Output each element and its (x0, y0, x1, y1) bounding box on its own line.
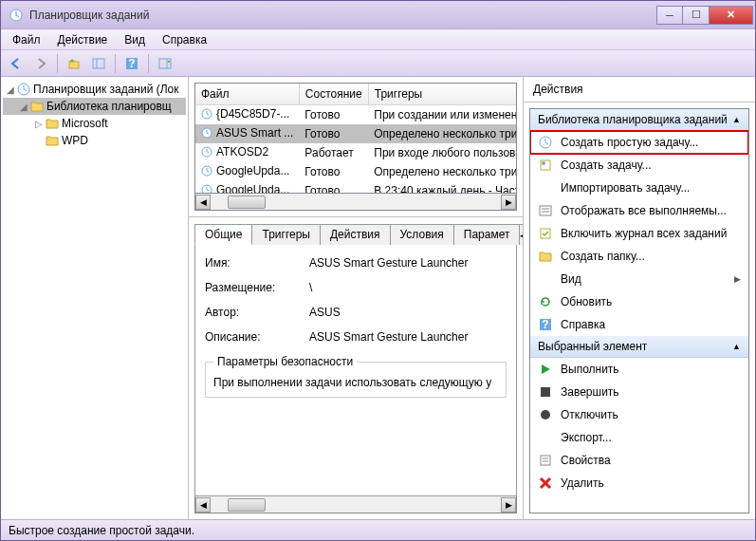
cell-triggers: Определено несколько три (368, 162, 517, 181)
expand-icon[interactable]: ◢ (5, 84, 16, 95)
tree-library[interactable]: ◢ Библиотека планировщ (3, 98, 186, 115)
scroll-right-arrow[interactable]: ▶ (501, 497, 516, 513)
action-delete[interactable]: Удалить (530, 472, 748, 494)
minimize-button[interactable]: ─ (656, 6, 683, 25)
statusbar: Быстрое создание простой задачи. (1, 519, 755, 540)
action-create-task[interactable]: Создать задачу... (530, 154, 748, 177)
menu-view[interactable]: Вид (117, 31, 153, 48)
content-area: ◢ Планировщик заданий (Лок ◢ Библиотека … (1, 77, 755, 519)
menubar: Файл Действие Вид Справка (1, 29, 755, 50)
col-triggers[interactable]: Триггеры (368, 84, 517, 104)
action-disable[interactable]: Отключить (530, 403, 748, 426)
tree-microsoft[interactable]: ▷ Microsoft (3, 115, 186, 132)
tree-root[interactable]: ◢ Планировщик заданий (Лок (3, 81, 186, 98)
action-create-basic-task[interactable]: Создать простую задачу... (530, 131, 748, 154)
panel2-button[interactable] (154, 53, 176, 74)
tab-triggers[interactable]: Триггеры (251, 224, 321, 245)
scroll-thumb[interactable] (228, 498, 266, 512)
action-end[interactable]: Завершить (530, 381, 748, 403)
security-text: При выполнении задачи использовать следу… (213, 376, 498, 389)
actions-panel-title: Действия (524, 77, 755, 103)
menu-help[interactable]: Справка (155, 31, 214, 48)
refresh-icon (538, 294, 553, 309)
cell-file: GoogleUpda... (216, 183, 289, 195)
menu-action[interactable]: Действие (50, 31, 116, 48)
cell-state: Работает (299, 143, 368, 162)
cell-state: Готово (299, 104, 368, 124)
close-button[interactable]: ✕ (710, 6, 753, 25)
expand-icon[interactable]: ▷ (33, 119, 45, 129)
disable-icon (538, 407, 553, 422)
cell-file: GoogleUpda... (216, 164, 289, 177)
action-new-folder[interactable]: Создать папку... (530, 245, 748, 268)
action-properties[interactable]: Свойства (530, 449, 748, 472)
svg-text:?: ? (542, 318, 548, 331)
svg-rect-18 (540, 206, 551, 215)
titlebar[interactable]: Планировщик заданий ─ ☐ ✕ (1, 1, 755, 29)
details-horizontal-scrollbar[interactable]: ◀ ▶ (194, 496, 517, 513)
tab-scroll-left[interactable]: ◀ (519, 224, 523, 245)
scroll-right-arrow[interactable]: ▶ (501, 195, 516, 210)
table-row[interactable]: ATKOSD2РаботаетПри входе любого пользова (195, 143, 517, 162)
tree-label: Планировщик заданий (Лок (33, 83, 179, 96)
help-button[interactable]: ? (120, 53, 143, 74)
tab-params[interactable]: Парамет (453, 224, 521, 245)
forward-button[interactable] (29, 53, 52, 74)
col-file[interactable]: Файл (195, 84, 299, 104)
svg-text:?: ? (128, 57, 135, 70)
scroll-left-arrow[interactable]: ◀ (195, 195, 211, 210)
scroll-left-arrow[interactable]: ◀ (195, 497, 211, 513)
action-label: Отображать все выполняемы... (561, 204, 727, 217)
svg-rect-16 (541, 160, 550, 170)
action-label: Удалить (561, 476, 604, 490)
description-value: ASUS Smart Gesture Launcher (309, 330, 507, 344)
security-fieldset: Параметры безопасности При выполнении за… (205, 355, 507, 398)
action-help[interactable]: ? Справка (530, 313, 748, 336)
location-value: \ (309, 281, 507, 294)
submenu-arrow-icon: ▶ (734, 274, 741, 284)
cell-state: Готово (299, 162, 368, 181)
action-run[interactable]: Выполнить (530, 358, 748, 381)
back-button[interactable] (5, 53, 28, 74)
location-label: Размещение: (205, 281, 309, 294)
table-row[interactable]: ASUS Smart ...ГотовоОпределено несколько… (195, 124, 517, 143)
action-view[interactable]: Вид ▶ (530, 268, 748, 290)
list-icon (538, 203, 553, 218)
group-label: Библиотека планировщика заданий (538, 113, 728, 126)
table-row[interactable]: GoogleUpda...ГотовоОпределено несколько … (195, 162, 517, 181)
scroll-thumb[interactable] (228, 196, 266, 209)
folder-icon (45, 133, 60, 148)
actions-group-library[interactable]: Библиотека планировщика заданий ▲ (530, 109, 748, 131)
maximize-button[interactable]: ☐ (683, 6, 710, 25)
tab-conditions[interactable]: Условия (390, 224, 454, 245)
menu-file[interactable]: Файл (5, 31, 48, 48)
action-show-running[interactable]: Отображать все выполняемы... (530, 199, 748, 222)
up-button[interactable] (63, 53, 85, 74)
tab-general[interactable]: Общие (194, 224, 252, 245)
table-row[interactable]: {D45C85D7-...ГотовоПри создании или изме… (195, 104, 517, 124)
separator (57, 54, 58, 73)
svg-rect-24 (541, 387, 550, 397)
action-export[interactable]: Экспорт... (530, 426, 748, 449)
horizontal-scrollbar[interactable]: ◀ ▶ (194, 194, 517, 211)
col-state[interactable]: Состояние (299, 84, 368, 104)
collapse-icon[interactable]: ▲ (732, 115, 741, 124)
action-enable-history[interactable]: Включить журнал всех заданий (530, 222, 748, 245)
action-import-task[interactable]: Импортировать задачу... (530, 177, 748, 199)
expand-icon[interactable]: ◢ (18, 102, 29, 112)
table-row[interactable]: GoogleUpda...ГотовоВ 23:40 каждый день -… (195, 181, 517, 195)
actions-group-selected[interactable]: Выбранный элемент ▲ (530, 336, 748, 358)
cell-triggers: При создании или изменени (368, 104, 517, 124)
properties-icon (538, 453, 553, 468)
tab-actions[interactable]: Действия (320, 224, 391, 245)
task-table: Файл Состояние Триггеры {D45C85D7-...Гот… (195, 84, 517, 194)
action-refresh[interactable]: Обновить (530, 290, 748, 313)
tree-wpd[interactable]: WPD (3, 132, 186, 149)
play-icon (538, 362, 553, 377)
cell-file: {D45C85D7-... (216, 107, 289, 121)
tree-label: WPD (62, 134, 88, 147)
action-label: Создать папку... (561, 250, 645, 263)
export-icon (538, 430, 553, 445)
panel1-button[interactable] (87, 53, 110, 74)
collapse-icon[interactable]: ▲ (732, 342, 741, 351)
